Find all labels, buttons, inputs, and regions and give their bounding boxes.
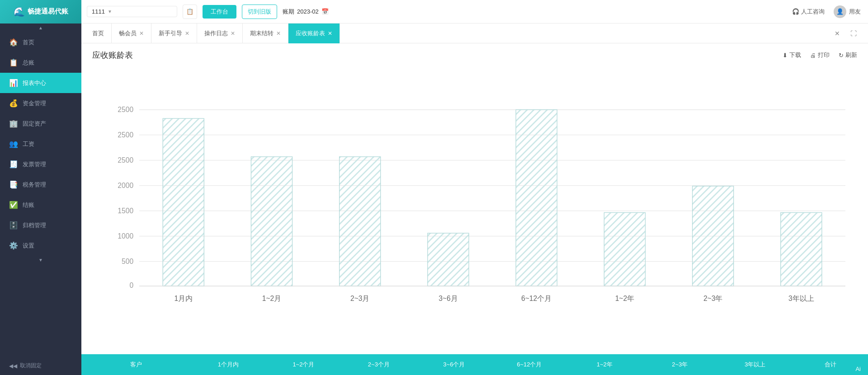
settings-icon: ⚙️	[9, 241, 18, 250]
svg-rect-24	[781, 213, 822, 286]
content-area: 首页 畅会员 ✕ 新手引导 ✕ 操作日志 ✕ 期末结转 ✕ 应收账龄表 ✕	[81, 23, 868, 375]
user-menu[interactable]: 👤 用友	[834, 5, 861, 18]
sidebar-item-archive[interactable]: 🗄️ 归档管理	[0, 215, 81, 235]
svg-text:1月内: 1月内	[174, 295, 193, 302]
workbench-button[interactable]: 工作台	[203, 5, 236, 19]
svg-text:1~2月: 1~2月	[262, 295, 281, 302]
print-label: 打印	[818, 51, 830, 59]
sidebar-scroll-down[interactable]: ▼	[0, 256, 81, 264]
tab-oplog-label: 操作日志	[204, 29, 228, 38]
refresh-button[interactable]: ↻ 刷新	[839, 51, 857, 59]
th-1-2m: 1~2个月	[266, 361, 341, 369]
download-label: 下载	[789, 51, 801, 59]
chart-area: 2500 2500 2500 2000 1500 1000 500 0	[81, 65, 868, 354]
tab-aging-close[interactable]: ✕	[328, 30, 332, 37]
maximize-window-button[interactable]: ⛶	[847, 27, 860, 40]
svg-text:1500: 1500	[118, 207, 133, 215]
reports-icon: 📊	[9, 79, 18, 87]
service-link[interactable]: 🎧 人工咨询	[792, 8, 825, 16]
period-area: 账期 2023-02 📅	[283, 8, 329, 16]
sidebar-item-home[interactable]: 🏠 首页	[0, 32, 81, 52]
print-button[interactable]: 🖨 打印	[810, 51, 830, 59]
aging-chart: 2500 2500 2500 2000 1500 1000 500 0	[92, 70, 857, 350]
sidebar-label-reports: 报表中心	[23, 79, 46, 87]
svg-rect-22	[604, 213, 645, 286]
svg-text:3年以上: 3年以上	[788, 295, 814, 302]
th-2-3m: 2~3个月	[341, 361, 416, 369]
close-window-button[interactable]: ✕	[831, 27, 844, 40]
download-icon: ⬇	[783, 52, 788, 59]
sidebar-item-invoice[interactable]: 🧾 发票管理	[0, 154, 81, 174]
tab-aging[interactable]: 应收账龄表 ✕	[288, 23, 340, 43]
print-icon: 🖨	[810, 52, 816, 59]
svg-text:2~3年: 2~3年	[703, 295, 722, 302]
th-customer: 客户	[81, 361, 191, 369]
sidebar: ▲ 🏠 首页 📋 总账 📊 报表中心 💰 资金管理 🏢 固定资产 👥 工资 🧾 …	[0, 23, 81, 375]
svg-rect-21	[516, 110, 557, 286]
ai-badge[interactable]: Ai	[848, 363, 868, 375]
tab-period-end-label: 期末结转	[250, 29, 274, 38]
table-header: 客户 1个月内 1~2个月 2~3个月 3~6个月 6~12个月 1~2年 2~…	[81, 354, 868, 375]
tab-period-end[interactable]: 期末结转 ✕	[243, 23, 288, 43]
tab-guide-close[interactable]: ✕	[185, 30, 189, 37]
sidebar-label-settings: 设置	[23, 242, 34, 250]
svg-rect-19	[340, 157, 381, 286]
tax-icon: 📑	[9, 180, 18, 189]
avatar: 👤	[834, 5, 846, 18]
ledger-icon: 📋	[9, 58, 18, 67]
tab-member-close[interactable]: ✕	[139, 30, 144, 37]
cancel-pin-button[interactable]: ◀◀ 取消固定	[0, 356, 81, 375]
headset-icon: 🎧	[792, 8, 799, 15]
archive-icon: 🗄️	[9, 221, 18, 230]
assets-icon: 🏢	[9, 119, 18, 128]
invoice-icon: 🧾	[9, 160, 18, 169]
svg-text:0: 0	[129, 281, 133, 289]
svg-rect-17	[163, 118, 204, 286]
logo-text: 畅捷通易代账	[28, 7, 68, 16]
calendar-icon[interactable]: 📅	[321, 8, 329, 15]
tab-guide[interactable]: 新手引导 ✕	[151, 23, 197, 43]
tab-home-label: 首页	[92, 29, 104, 38]
tab-member[interactable]: 畅会员 ✕	[112, 23, 151, 43]
company-selector[interactable]: 1111 ▼	[87, 6, 177, 17]
sidebar-item-checkout[interactable]: ✅ 结账	[0, 195, 81, 215]
page-content: 应收账龄表 ⬇ 下载 🖨 打印 ↻ 刷新	[81, 43, 868, 375]
tab-member-label: 畅会员	[119, 29, 137, 38]
svg-text:1~2年: 1~2年	[615, 295, 634, 302]
funds-icon: 💰	[9, 99, 18, 108]
refresh-label: 刷新	[845, 51, 857, 59]
sidebar-item-ledger[interactable]: 📋 总账	[0, 52, 81, 73]
tab-period-end-close[interactable]: ✕	[276, 30, 281, 37]
svg-text:1000: 1000	[118, 232, 133, 240]
top-header: 🌊 畅捷通易代账 1111 ▼ 📋 工作台 切到旧版 账期 2023-02 📅 …	[0, 0, 868, 23]
tab-aging-label: 应收账龄表	[296, 29, 325, 38]
switch-version-button[interactable]: 切到旧版	[242, 5, 277, 19]
sidebar-scroll-up[interactable]: ▲	[0, 23, 81, 32]
sidebar-label-ledger: 总账	[23, 59, 34, 67]
company-name: 1111	[92, 8, 105, 15]
copy-button[interactable]: 📋	[183, 5, 197, 19]
svg-text:2500: 2500	[118, 131, 133, 139]
download-button[interactable]: ⬇ 下载	[783, 51, 801, 59]
pin-icon: ◀◀	[9, 363, 17, 369]
logo: 🌊 畅捷通易代账	[0, 0, 81, 23]
sidebar-item-funds[interactable]: 💰 资金管理	[0, 93, 81, 113]
sidebar-item-payroll[interactable]: 👥 工资	[0, 134, 81, 154]
sidebar-item-settings[interactable]: ⚙️ 设置	[0, 235, 81, 256]
payroll-icon: 👥	[9, 140, 18, 148]
th-2-3y: 2~3年	[642, 361, 717, 369]
header-right: 🎧 人工咨询 👤 用友	[792, 5, 861, 18]
sidebar-item-tax[interactable]: 📑 税务管理	[0, 174, 81, 195]
tab-oplog[interactable]: 操作日志 ✕	[197, 23, 243, 43]
tab-home[interactable]: 首页	[85, 23, 112, 43]
main-layout: ▲ 🏠 首页 📋 总账 📊 报表中心 💰 资金管理 🏢 固定资产 👥 工资 🧾 …	[0, 23, 868, 375]
sidebar-item-reports[interactable]: 📊 报表中心	[0, 73, 81, 93]
tab-oplog-close[interactable]: ✕	[231, 30, 235, 37]
svg-rect-23	[693, 186, 734, 286]
svg-text:500: 500	[122, 258, 133, 265]
svg-text:2~3月: 2~3月	[350, 295, 369, 302]
sidebar-label-payroll: 工资	[23, 140, 34, 148]
th-1m: 1个月内	[191, 361, 266, 369]
tab-guide-label: 新手引导	[159, 29, 182, 38]
sidebar-item-assets[interactable]: 🏢 固定资产	[0, 113, 81, 134]
